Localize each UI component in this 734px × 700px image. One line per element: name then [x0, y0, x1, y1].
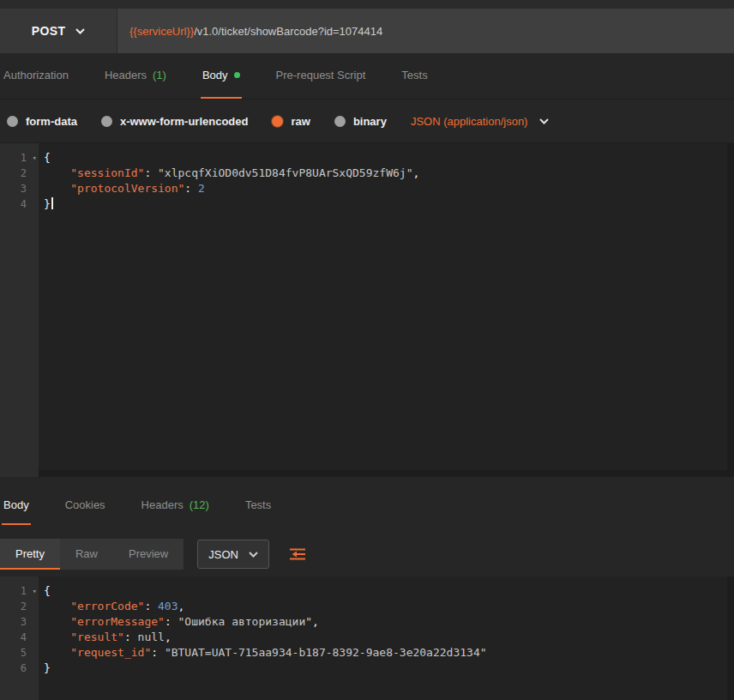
- response-viewer-gutter: 1 ▾ 2 3 4 5 6: [0, 576, 39, 700]
- url-input[interactable]: {{serviceUrl}}/v1.0/ticket/showBarcode?i…: [117, 9, 734, 53]
- url-variable: {{serviceUrl}}: [129, 25, 194, 38]
- code-line: "sessionId": "xlpcqfXiOD0dv51D84fvP8UArS…: [39, 166, 727, 181]
- line-number: 4: [0, 196, 39, 212]
- response-tab-body[interactable]: Body: [2, 498, 31, 525]
- mode-form-data[interactable]: form-data: [7, 115, 77, 128]
- tab-pre-request-label: Pre-request Script: [276, 69, 366, 81]
- response-language-label: JSON: [208, 548, 238, 561]
- line-number: 1 ▾: [0, 583, 39, 599]
- chevron-down-icon: [249, 552, 258, 558]
- chevron-down-icon: [539, 118, 549, 124]
- mode-form-data-label: form-data: [26, 115, 77, 128]
- response-tab-headers[interactable]: Headers (12): [140, 498, 211, 525]
- view-raw-button[interactable]: Raw: [60, 539, 113, 570]
- code-line: }: [39, 661, 727, 676]
- code-token: "sessionId": [70, 166, 144, 179]
- tab-pre-request-script[interactable]: Pre-request Script: [274, 53, 368, 99]
- code-line: }: [39, 196, 727, 212]
- body-mode-bar: form-data x-www-form-urlencoded raw bina…: [0, 100, 734, 143]
- text-cursor: [51, 197, 53, 209]
- code-token: :: [151, 646, 165, 659]
- radio-unselected-icon: [101, 116, 112, 127]
- response-tabs: Body Cookies Headers (12) Tests: [0, 477, 734, 525]
- line-number: 5: [0, 645, 39, 661]
- response-viewer-vscrollbar[interactable]: [727, 576, 734, 700]
- response-tab-cookies[interactable]: Cookies: [63, 498, 107, 525]
- code-token: "errorCode": [70, 600, 144, 612]
- request-editor-vscrollbar[interactable]: [727, 143, 734, 477]
- line-number: 2: [0, 599, 39, 614]
- code-token: "result": [70, 631, 124, 643]
- tab-tests[interactable]: Tests: [400, 53, 429, 99]
- code-line: "errorCode": 403,: [39, 599, 727, 614]
- code-line: "protocolVersion": 2: [39, 181, 727, 196]
- code-token: "BTUAT=UAT-715aa934-b187-8392-9ae8-3e20a…: [165, 646, 487, 659]
- tab-headers[interactable]: Headers (1): [103, 53, 168, 99]
- code-token: ,: [312, 615, 319, 628]
- code-token: 403: [158, 600, 177, 612]
- code-line: "result": null,: [39, 630, 727, 645]
- tab-body[interactable]: Body: [201, 53, 242, 99]
- response-tab-headers-label: Headers: [141, 498, 184, 511]
- code-line: {: [39, 583, 727, 599]
- code-token: null: [138, 631, 165, 643]
- code-token: {: [44, 151, 51, 164]
- mode-binary-label: binary: [353, 115, 387, 128]
- code-token: "xlpcqfXiOD0dv51D84fvP8UArSxQD59zfW6j": [158, 166, 412, 179]
- method-selector[interactable]: POST: [0, 9, 117, 53]
- request-body-editor[interactable]: 1 ▾ 2 3 4 { "sessionId": "xlpcqfXiOD0dv5…: [0, 143, 734, 477]
- radio-unselected-icon: [7, 116, 18, 127]
- code-token: "Ошибка авторизации": [178, 615, 313, 628]
- tab-headers-label: Headers: [105, 69, 147, 81]
- view-preview-button[interactable]: Preview: [113, 539, 184, 570]
- code-token: "errorMessage": [70, 615, 165, 628]
- fold-arrow-icon[interactable]: ▾: [33, 150, 37, 166]
- code-token: :: [165, 615, 178, 628]
- line-number: 3: [0, 181, 39, 196]
- mode-raw-label: raw: [291, 115, 310, 128]
- content-type-selector[interactable]: JSON (application/json): [411, 115, 550, 128]
- code-token: 2: [198, 182, 205, 195]
- response-body-code[interactable]: { "errorCode": 403, "errorMessage": "Оши…: [39, 576, 727, 700]
- code-line: "errorMessage": "Ошибка авторизации",: [39, 614, 727, 630]
- code-token: :: [144, 600, 158, 612]
- response-tab-body-label: Body: [3, 498, 29, 511]
- code-token: "request_id": [70, 646, 151, 659]
- format-response-button[interactable]: [285, 544, 310, 564]
- line-number: 3: [0, 614, 39, 630]
- response-tab-cookies-label: Cookies: [65, 498, 105, 511]
- response-language-selector[interactable]: JSON: [197, 540, 269, 569]
- request-body-code[interactable]: { "sessionId": "xlpcqfXiOD0dv51D84fvP8UA…: [39, 143, 727, 477]
- mode-raw[interactable]: raw: [272, 115, 310, 128]
- response-headers-count-badge: (12): [190, 498, 209, 511]
- view-pretty-button[interactable]: Pretty: [0, 539, 60, 570]
- code-token: ,: [178, 600, 185, 612]
- line-number: 6: [0, 661, 39, 676]
- code-token: }: [44, 661, 51, 674]
- code-token: :: [184, 182, 198, 195]
- code-token: ,: [165, 631, 171, 643]
- url-path: /v1.0/ticket/showBarcode?id=1074414: [194, 25, 382, 38]
- response-body-viewer[interactable]: 1 ▾ 2 3 4 5 6 { "errorCode": 403, "error…: [0, 576, 734, 700]
- response-tab-tests[interactable]: Tests: [244, 498, 273, 525]
- radio-unselected-icon: [334, 116, 346, 127]
- view-raw-label: Raw: [75, 547, 98, 560]
- request-tabs: Authorization Headers (1) Body Pre-reque…: [0, 53, 734, 100]
- content-type-label: JSON (application/json): [411, 115, 528, 128]
- line-number: 2: [0, 166, 39, 181]
- mode-binary[interactable]: binary: [334, 115, 387, 128]
- mode-urlencoded[interactable]: x-www-form-urlencoded: [101, 115, 249, 128]
- request-editor-hscrollbar[interactable]: [39, 470, 727, 477]
- window-top-strip: [0, 0, 734, 9]
- response-toolbar: Pretty Raw Preview JSON: [0, 539, 734, 570]
- view-pretty-label: Pretty: [15, 547, 45, 560]
- fold-arrow-icon[interactable]: ▾: [33, 583, 37, 599]
- tab-authorization-label: Authorization: [3, 69, 69, 81]
- tab-authorization[interactable]: Authorization: [2, 53, 70, 99]
- code-token: "protocolVersion": [70, 182, 184, 195]
- headers-count-badge: (1): [153, 69, 166, 81]
- wrap-text-icon: [288, 547, 307, 561]
- tab-tests-label: Tests: [401, 69, 427, 81]
- response-tab-tests-label: Tests: [245, 498, 271, 511]
- code-token: :: [124, 631, 138, 643]
